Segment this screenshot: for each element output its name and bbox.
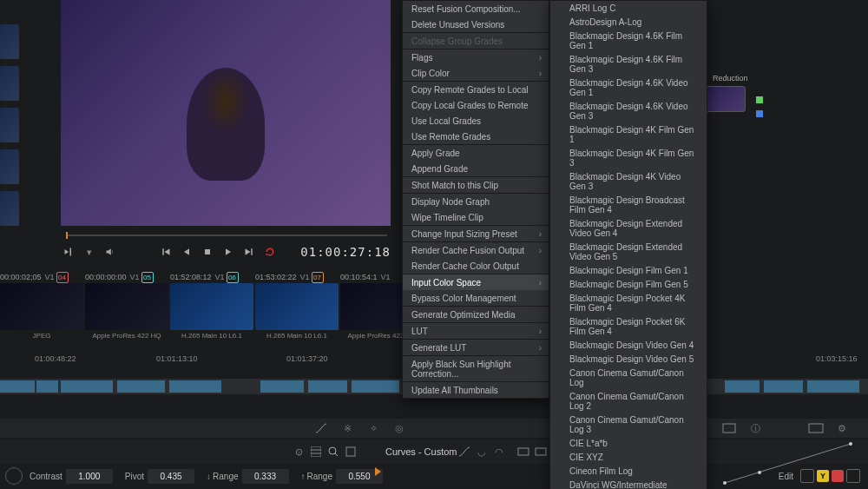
timeline-icon[interactable] [534, 446, 548, 458]
expand-icon[interactable] [344, 446, 358, 458]
contrast-label: Contrast [30, 472, 62, 481]
menu-item[interactable]: Display Node Graph [403, 194, 549, 209]
svg-point-10 [849, 442, 852, 446]
gallery-thumb[interactable] [0, 24, 19, 59]
curve-playhead-icon[interactable] [375, 467, 381, 476]
menu-item[interactable]: Use Remote Grades [403, 129, 549, 144]
qualifier-icon[interactable]: ※ [339, 421, 356, 435]
gallery-thumb[interactable] [0, 149, 19, 184]
colorspace-option[interactable]: Blackmagic Design Extended Video Gen 5 [550, 240, 707, 263]
menu-item[interactable]: Copy Remote Grades to Local [403, 82, 549, 97]
clip-thumbnail[interactable] [255, 283, 339, 330]
menu-item[interactable]: LUT [403, 323, 549, 339]
colorspace-option[interactable]: Blackmagic Design 4K Video Gen 3 [550, 169, 707, 193]
info-icon[interactable]: ⓘ [746, 421, 764, 435]
colorspace-option[interactable]: Blackmagic Design 4.6K Film Gen 3 [550, 52, 707, 76]
prev-clip-button[interactable] [158, 244, 174, 260]
menu-item[interactable]: Generate Optimized Media [403, 307, 549, 322]
colorspace-option[interactable]: Blackmagic Design Extended Video Gen 4 [550, 216, 707, 240]
playhead-icon[interactable] [66, 232, 68, 239]
colorspace-option[interactable]: Blackmagic Design Broadcast Film Gen 4 [550, 193, 707, 216]
gallery-thumb[interactable] [0, 66, 19, 101]
menu-item[interactable]: Delete Unused Versions [403, 17, 549, 32]
clip-number: 05 [141, 272, 154, 283]
menu-item[interactable]: Render Cache Color Output [403, 258, 549, 274]
low-range-value[interactable]: 0.333 [242, 469, 289, 484]
colorspace-option[interactable]: Blackmagic Design 4K Film Gen 3 [550, 146, 707, 169]
node-output-icon[interactable] [756, 96, 763, 103]
colorspace-option[interactable]: Blackmagic Design 4.6K Video Gen 3 [550, 99, 707, 122]
colorspace-option[interactable]: Blackmagic Design Video Gen 4 [550, 338, 707, 352]
menu-item[interactable]: Render Cache Fusion Output [403, 242, 549, 258]
colorspace-option[interactable]: AstroDesign A-Log [550, 15, 707, 29]
zoom-icon[interactable] [326, 446, 340, 458]
menu-item[interactable]: Flags [403, 50, 549, 65]
menu-item[interactable]: Generate LUT [403, 340, 549, 355]
reset-icon[interactable]: ⊙ [292, 446, 306, 458]
colorspace-option[interactable]: Blackmagic Design Film Gen 1 [550, 263, 707, 277]
tracker-icon[interactable]: ◎ [391, 421, 408, 435]
colorspace-option[interactable]: Blackmagic Design 4.6K Film Gen 1 [550, 29, 707, 52]
menu-item[interactable]: Apply Grade [403, 145, 549, 161]
menu-item[interactable]: Copy Local Grades to Remote [403, 97, 549, 113]
window-icon[interactable]: ✧ [365, 421, 382, 435]
menu-item[interactable]: Append Grade [403, 161, 549, 176]
loop-button[interactable] [262, 244, 278, 260]
menu-item[interactable]: Clip Color [403, 65, 549, 81]
menu-item[interactable]: Use Local Grades [403, 113, 549, 129]
viewer[interactable] [61, 0, 391, 226]
hue-icon[interactable] [309, 446, 323, 458]
colorspace-option[interactable]: Blackmagic Design Pocket 4K Film Gen 4 [550, 291, 707, 314]
colorspace-option[interactable]: Blackmagic Design 4K Film Gen 1 [550, 122, 707, 146]
contrast-value[interactable]: 1.000 [66, 469, 113, 484]
gallery-thumb[interactable] [0, 191, 19, 226]
colorspace-option[interactable]: Blackmagic Design Film Gen 5 [550, 277, 707, 291]
viewer-timecode[interactable]: 01:00:27:18 [300, 245, 391, 259]
colorspace-option[interactable]: Blackmagic Design 4.6K Video Gen 1 [550, 76, 707, 99]
colorspace-option[interactable]: Canon Cinema Gamut/Canon Log 3 [550, 413, 707, 436]
curve-mode-icon[interactable] [457, 446, 471, 458]
svg-rect-0 [205, 249, 210, 254]
menu-item[interactable]: Bypass Color Management [403, 290, 549, 306]
sat-vs-icon[interactable]: ◠ [492, 446, 506, 458]
clip-thumbnail[interactable] [85, 283, 168, 330]
colorspace-option[interactable]: CIE XYZ [550, 450, 707, 464]
clip-thumbnail[interactable] [0, 283, 83, 330]
menu-item[interactable]: Wipe Timeline Clip [403, 209, 549, 225]
menu-item[interactable]: Reset Fusion Composition... [403, 1, 549, 17]
node-output-icon[interactable] [756, 110, 763, 117]
colorspace-option[interactable]: Canon Cinema Gamut/Canon Log [550, 366, 707, 389]
bypass-grades-icon[interactable] [61, 244, 76, 260]
clip-thumbnail[interactable] [170, 283, 253, 330]
clip-icon[interactable] [516, 446, 530, 458]
gallery-thumb[interactable] [0, 108, 19, 142]
scopes-icon[interactable] [720, 421, 738, 435]
wheel-knob[interactable] [5, 467, 23, 485]
next-clip-button[interactable] [241, 244, 257, 260]
curves-icon[interactable] [312, 421, 330, 435]
menu-item[interactable]: Change Input Sizing Preset [403, 226, 549, 241]
hue-vs-icon[interactable]: ◡ [475, 446, 489, 458]
colorspace-option[interactable]: Blackmagic Design Video Gen 5 [550, 352, 707, 366]
stop-button[interactable] [200, 244, 215, 260]
play-button[interactable] [220, 244, 236, 260]
reverse-play-button[interactable] [179, 244, 194, 260]
menu-item[interactable]: Update All Thumbnails [403, 382, 549, 398]
unmute-icon[interactable] [102, 244, 118, 260]
colorspace-option[interactable]: CIE L*a*b [550, 436, 707, 450]
options-icon[interactable]: ⚙ [833, 421, 851, 435]
color-node[interactable] [706, 86, 746, 112]
menu-item[interactable]: Shot Match to this Clip [403, 177, 549, 193]
colorspace-option[interactable]: ARRI Log C [550, 1, 707, 15]
colorspace-option[interactable]: Blackmagic Design Pocket 6K Film Gen 4 [550, 314, 707, 338]
colorspace-option[interactable]: Cineon Film Log [550, 464, 707, 478]
curves-graph[interactable] [720, 439, 855, 487]
menu-item[interactable]: Input Color Space [403, 274, 549, 290]
colorspace-option[interactable]: Canon Cinema Gamut/Canon Log 2 [550, 389, 707, 413]
viewer-scrubber[interactable] [66, 235, 387, 236]
pivot-value[interactable]: 0.435 [148, 469, 194, 484]
colorspace-option[interactable]: DaVinci WG/Intermediate [550, 478, 707, 489]
menu-item[interactable]: Apply Black Sun Highlight Correction... [403, 356, 549, 381]
waveform-icon[interactable] [807, 421, 825, 435]
dropdown-icon[interactable]: ▾ [82, 244, 97, 260]
